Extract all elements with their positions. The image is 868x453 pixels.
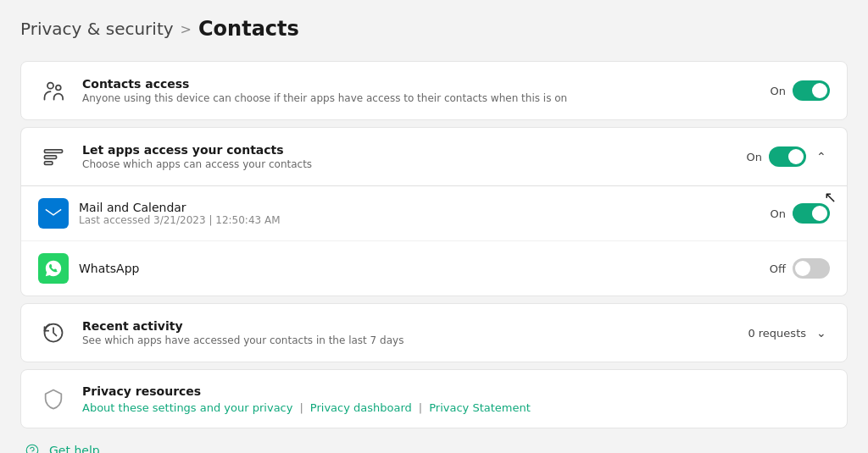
- mail-toggle[interactable]: [793, 203, 830, 224]
- list-item: WhatsApp Off: [21, 241, 847, 296]
- let-apps-left: Let apps access your contacts Choose whi…: [38, 141, 312, 172]
- contacts-access-right: On: [771, 80, 830, 101]
- contacts-access-state: On: [771, 85, 786, 97]
- whatsapp-thumb: [795, 261, 810, 276]
- privacy-resources-card: Privacy resources About these settings a…: [20, 369, 848, 428]
- svg-point-1: [56, 86, 61, 91]
- svg-rect-4: [45, 162, 53, 165]
- privacy-link-statement[interactable]: Privacy Statement: [429, 401, 531, 414]
- mail-toggle-right: On ↖: [771, 203, 830, 224]
- recent-activity-left: Recent activity See which apps have acce…: [38, 318, 403, 348]
- let-apps-card: Let apps access your contacts Choose whi…: [20, 127, 848, 186]
- breadcrumb-parent: Privacy & security: [20, 19, 174, 39]
- contacts-access-card: Contacts access Anyone using this device…: [20, 61, 848, 120]
- recent-activity-chevron[interactable]: ⌄: [813, 323, 830, 343]
- contacts-icon: [38, 75, 69, 106]
- whatsapp-state: Off: [770, 262, 786, 275]
- page-container: Privacy & security > Contacts Contacts a…: [0, 0, 868, 453]
- recent-activity-icon: [38, 318, 69, 348]
- let-apps-chevron[interactable]: ⌃: [813, 146, 830, 167]
- mail-track[interactable]: [793, 203, 830, 224]
- let-apps-subtitle: Choose which apps can access your contac…: [82, 158, 312, 170]
- list-item: Mail and Calendar Last accessed 3/21/202…: [21, 186, 847, 241]
- svg-rect-5: [46, 208, 61, 219]
- recent-activity-card: Recent activity See which apps have acce…: [20, 303, 848, 362]
- breadcrumb: Privacy & security > Contacts: [20, 17, 848, 41]
- let-apps-track[interactable]: [769, 146, 806, 167]
- privacy-resources-content: Privacy resources About these settings a…: [82, 384, 531, 414]
- footer-section: Get help Give feedback: [20, 442, 848, 453]
- privacy-link-dashboard[interactable]: Privacy dashboard: [310, 401, 412, 414]
- whatsapp-track[interactable]: [793, 258, 830, 279]
- get-help-label: Get help: [49, 444, 100, 453]
- pipe-sep-1: |: [299, 401, 303, 414]
- svg-rect-2: [45, 150, 63, 153]
- contacts-access-title: Contacts access: [82, 77, 567, 91]
- contacts-access-track[interactable]: [793, 80, 830, 101]
- recent-activity-count: 0 requests: [748, 327, 806, 340]
- let-apps-text: Let apps access your contacts Choose whi…: [82, 143, 312, 170]
- whatsapp-app-name: WhatsApp: [79, 262, 139, 275]
- mail-app-left: Mail and Calendar Last accessed 3/21/202…: [38, 198, 281, 229]
- let-apps-right: On ⌃: [747, 146, 830, 167]
- svg-point-7: [26, 445, 38, 453]
- mail-app-text: Mail and Calendar Last accessed 3/21/202…: [79, 201, 281, 226]
- let-apps-thumb: [788, 149, 804, 164]
- get-help-link[interactable]: Get help: [24, 442, 848, 453]
- mail-app-icon: [38, 198, 69, 229]
- contacts-access-toggle[interactable]: [793, 80, 830, 101]
- let-apps-icon: [38, 141, 69, 172]
- breadcrumb-current: Contacts: [198, 17, 299, 41]
- contacts-access-left: Contacts access Anyone using this device…: [38, 75, 567, 106]
- recent-activity-text: Recent activity See which apps have acce…: [82, 319, 403, 346]
- mail-thumb: [812, 206, 827, 221]
- privacy-resources-title: Privacy resources: [82, 384, 531, 398]
- privacy-link-about[interactable]: About these settings and your privacy: [82, 401, 292, 414]
- whatsapp-toggle[interactable]: [793, 258, 830, 279]
- recent-activity-right: 0 requests ⌄: [748, 323, 830, 343]
- mail-app-name: Mail and Calendar: [79, 201, 281, 214]
- svg-point-0: [47, 83, 53, 89]
- whatsapp-app-icon: [38, 253, 69, 284]
- whatsapp-app-text: WhatsApp: [79, 262, 139, 275]
- recent-activity-subtitle: See which apps have accessed your contac…: [82, 334, 403, 346]
- contacts-access-thumb: [812, 83, 827, 98]
- let-apps-toggle[interactable]: [769, 146, 806, 167]
- mail-app-sub: Last accessed 3/21/2023 | 12:50:43 AM: [79, 214, 281, 226]
- privacy-resources-left: Privacy resources About these settings a…: [38, 384, 830, 414]
- svg-rect-3: [45, 156, 57, 159]
- pipe-sep-2: |: [419, 401, 422, 414]
- whatsapp-app-left: WhatsApp: [38, 253, 139, 284]
- let-apps-title: Let apps access your contacts: [82, 143, 312, 157]
- get-help-icon: [24, 442, 41, 453]
- contacts-access-subtitle: Anyone using this device can choose if t…: [82, 92, 567, 104]
- recent-activity-title: Recent activity: [82, 319, 403, 333]
- contacts-access-text: Contacts access Anyone using this device…: [82, 77, 567, 104]
- breadcrumb-separator: >: [181, 21, 192, 37]
- let-apps-state: On: [747, 151, 762, 163]
- whatsapp-toggle-right: Off: [770, 258, 830, 279]
- privacy-links: About these settings and your privacy | …: [82, 401, 531, 414]
- mail-state: On: [771, 207, 786, 220]
- apps-sub-list: Mail and Calendar Last accessed 3/21/202…: [20, 186, 848, 296]
- privacy-resources-icon: [38, 384, 69, 414]
